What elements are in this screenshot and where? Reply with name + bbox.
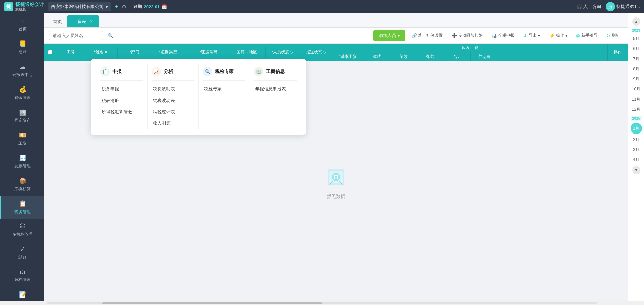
- refresh-btn[interactable]: ↻ 刷新: [604, 31, 622, 40]
- sidebar-item-archive[interactable]: 🗂 归档管理: [0, 264, 44, 287]
- scrollbar-thumb[interactable]: [102, 302, 322, 304]
- timeline-down-nav[interactable]: ▼: [632, 166, 640, 174]
- calendar-icon[interactable]: 📅: [162, 4, 167, 9]
- newbie-btn[interactable]: ◎ 新手引导: [573, 31, 600, 40]
- tab-salary-table[interactable]: 工资表 ✕: [67, 15, 99, 27]
- menu-item-tax-expert[interactable]: 税检专家: [203, 83, 245, 95]
- select-all-checkbox[interactable]: [48, 50, 52, 54]
- operate-btn[interactable]: ⚡ 操作 ▾: [546, 31, 570, 40]
- ai-service-btn[interactable]: 🎧 人工咨询: [577, 4, 601, 10]
- settings-icon[interactable]: ⚙: [122, 4, 126, 10]
- user-menu[interactable]: 捷 畅捷通8组...: [606, 2, 640, 11]
- timeline-year-current: 2025: [631, 116, 641, 121]
- timeline-panel: ▲ 2023 5月 6月 7月 8月 9月 10月 11月 12月 2025 1…: [628, 13, 644, 301]
- th-idtype: *证据类型: [151, 47, 185, 58]
- asset-icon: 🏢: [19, 109, 26, 116]
- top-header: 捷 畅捷通好会计 旗舰版 西安虾米网络科技有限公司 ▾ + ⚙ 账期 2023-…: [0, 0, 644, 13]
- sidebar-item-asset[interactable]: 🏢 固定资产: [0, 105, 44, 127]
- sidebar-item-fund[interactable]: 💰 资金管理: [0, 82, 44, 105]
- th-no-label: 工号: [67, 49, 75, 55]
- tab-close-icon[interactable]: ✕: [89, 19, 93, 24]
- add-person-label: 添加人员: [379, 33, 396, 39]
- timeline-month-4[interactable]: 4月: [630, 155, 643, 164]
- menu-item-tax-burden[interactable]: 税负波动表: [152, 83, 194, 95]
- sidebar-label-inventory: 库存核算: [14, 186, 31, 192]
- menu-item-tax-table[interactable]: 税表清册: [100, 95, 143, 106]
- menu-item-annual-report[interactable]: 年报信息申报表: [254, 83, 297, 95]
- search-input[interactable]: [49, 31, 103, 40]
- empty-text: 暂无数据: [327, 194, 345, 200]
- tax-return-icon: 📊: [491, 33, 497, 38]
- menu-item-income-tax[interactable]: 所得税汇算清缴: [100, 106, 143, 118]
- menu-item-tax-wave[interactable]: 纳税波动表: [152, 95, 194, 106]
- home-icon: ⌂: [21, 17, 24, 25]
- social-insurance-label: 统一社保设置: [418, 33, 443, 38]
- th-dept-label: *部门: [129, 49, 139, 55]
- sidebar-item-invoice[interactable]: 🧾 发票管理: [0, 150, 44, 173]
- shenbao-section-title: 申报: [112, 69, 122, 75]
- timeline-up-nav[interactable]: ▲: [632, 17, 640, 26]
- sidebar-item-checkout[interactable]: ✓ 结账: [0, 241, 44, 264]
- th-name-label: *姓名: [94, 49, 104, 55]
- company-selector[interactable]: 西安虾米网络科技有限公司 ▾: [48, 2, 111, 11]
- ledger-icon: 📒: [19, 40, 26, 47]
- menu-item-tax-return[interactable]: 税务申报: [100, 83, 143, 95]
- main-layout: ⌂ 首页 📒 总账 ☁ 云报表中心 💰 资金管理 🏢 固定资产 💴 工资 🧾 发…: [0, 13, 644, 301]
- refresh-label: 刷新: [612, 33, 620, 38]
- timeline-month-8[interactable]: 8月: [630, 64, 643, 74]
- sidebar-item-multi[interactable]: 🏛 多机构管理: [0, 219, 44, 241]
- sidebar-item-cloud[interactable]: ☁ 云报表中心: [0, 59, 44, 82]
- sidebar: ⌂ 首页 📒 总账 ☁ 云报表中心 💰 资金管理 🏢 固定资产 💴 工资 🧾 发…: [0, 13, 44, 301]
- th-status[interactable]: *人员状态 ▽: [266, 47, 299, 58]
- sidebar-item-salary[interactable]: 💴 工资: [0, 127, 44, 150]
- sidebar-item-ledger[interactable]: 📒 总账: [0, 36, 44, 59]
- logo-text: 畅捷通好会计 旗舰版: [15, 2, 44, 12]
- timeline-month-11[interactable]: 11月: [630, 94, 643, 104]
- sidebar-item-report[interactable]: 📝 小畅报销: [0, 287, 44, 301]
- add-dropdown-icon: ▾: [397, 33, 400, 38]
- timeline-month-2[interactable]: 2月: [630, 135, 643, 144]
- tab-bar: 首页 工资表 ✕: [44, 13, 628, 28]
- timeline-month-12[interactable]: 12月: [630, 105, 643, 114]
- tax-return-btn[interactable]: 📊 个税申报: [489, 31, 517, 40]
- th-no: 工号: [57, 47, 84, 58]
- salary-icon: 💴: [19, 131, 26, 139]
- timeline-month-1[interactable]: 1月: [631, 123, 642, 134]
- th-performance: 绩效: [390, 52, 417, 61]
- special-deduct-label: 专项附加扣除: [458, 33, 483, 38]
- timeline-month-3[interactable]: 3月: [630, 145, 643, 154]
- special-deduct-btn[interactable]: ➕ 专项附加扣除: [449, 31, 485, 40]
- timeline-month-10[interactable]: 10月: [630, 84, 643, 94]
- fenxi-section-title: 分析: [164, 69, 173, 75]
- menu-item-tax-stat[interactable]: 纳税统计表: [152, 106, 194, 118]
- th-status-label: *人员状态: [271, 49, 289, 55]
- sidebar-item-tax[interactable]: 📋 税务管理: [0, 196, 44, 219]
- th-report[interactable]: 报送状态 ▽: [299, 47, 333, 58]
- fund-icon: 💰: [19, 86, 26, 93]
- inventory-icon: 📦: [19, 177, 26, 185]
- th-name[interactable]: *姓名 ⇅: [84, 47, 118, 58]
- timeline-month-5[interactable]: 5月: [630, 34, 643, 43]
- menu-item-income-estimate[interactable]: 收入测算: [152, 118, 194, 129]
- th-base-wage: *基本工资: [333, 52, 363, 61]
- timeline-month-9[interactable]: 9月: [630, 74, 643, 84]
- sidebar-item-inventory[interactable]: 📦 库存核算: [0, 173, 44, 196]
- shuijian-section-title: 税检专家: [215, 69, 234, 75]
- content-area: 首页 工资表 ✕ 🔍 添加人员 ▾ 🔗 统一社保设置 ➕ 专项附加扣除: [44, 13, 628, 301]
- tab-home[interactable]: 首页: [49, 16, 66, 27]
- add-person-button[interactable]: 添加人员 ▾: [373, 30, 405, 41]
- th-checkbox[interactable]: [44, 47, 57, 57]
- timeline-month-7[interactable]: 7月: [630, 54, 643, 64]
- sidebar-item-home[interactable]: ⌂ 首页: [0, 13, 44, 36]
- toolbar: 🔍 添加人员 ▾ 🔗 统一社保设置 ➕ 专项附加扣除 📊 个税申报 ⬇ 导出 ▾: [44, 28, 628, 44]
- timeline-month-6[interactable]: 6月: [630, 44, 643, 53]
- tab-salary-label: 工资表: [73, 19, 86, 24]
- app-title: 畅捷通好会计: [15, 2, 44, 7]
- timeline-year-prev: 2023: [632, 28, 640, 32]
- export-btn[interactable]: ⬇ 导出 ▾: [521, 31, 543, 40]
- th-deduct: 扣款: [417, 52, 444, 61]
- social-insurance-btn[interactable]: 🔗 统一社保设置: [409, 31, 445, 40]
- period-value: 2023-01: [144, 4, 160, 9]
- operate-icon: ⚡: [549, 33, 555, 38]
- add-company-icon[interactable]: +: [115, 3, 118, 10]
